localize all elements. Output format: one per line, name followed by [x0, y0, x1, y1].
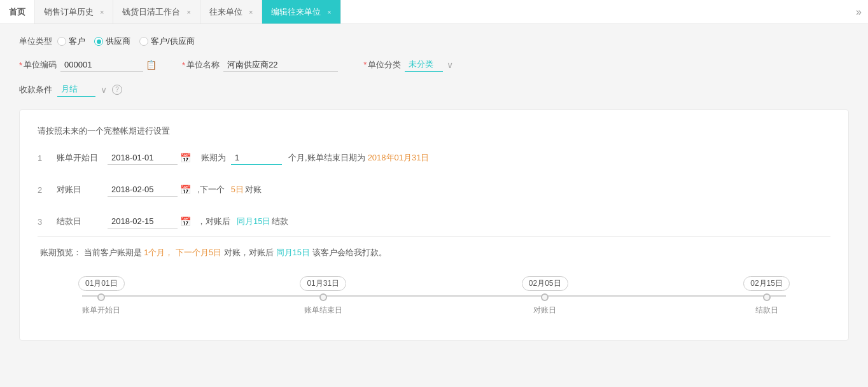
- radio-circle-supplier: [94, 37, 103, 46]
- row-label-1: 账单开始日: [57, 152, 108, 164]
- row-num-3: 3: [38, 217, 57, 227]
- preview-highlight-3: 同月15日: [276, 248, 310, 257]
- timeline-desc-4: 结款日: [755, 305, 778, 316]
- unit-category-value[interactable]: 未分类: [405, 57, 443, 72]
- timeline-desc-1: 账单开始日: [82, 305, 120, 316]
- tab-edit-partner-close[interactable]: ×: [327, 8, 331, 16]
- row-num-1: 1: [38, 153, 57, 163]
- unit-name-label: 单位名称: [186, 59, 220, 71]
- timeline: 01月01日 账单开始日 01月31日 账单结束日 02月05日 对账日 02月…: [44, 276, 824, 322]
- start-date-calendar-icon[interactable]: 📅: [180, 153, 191, 163]
- radio-circle-customer-supplier: [139, 37, 148, 46]
- payment-date-input[interactable]: [108, 215, 178, 229]
- timeline-node-1: 01月01日 账单开始日: [78, 276, 125, 316]
- unit-name-group: * 单位名称: [182, 58, 338, 72]
- tab-edit-partner-label: 编辑往来单位: [271, 6, 321, 18]
- unit-category-label: 单位分类: [368, 59, 401, 71]
- row-3-desc: ，对账后: [197, 216, 230, 227]
- unit-code-input[interactable]: [60, 58, 143, 72]
- tab-partner-unit-close[interactable]: ×: [249, 8, 253, 16]
- row-label-3: 结款日: [57, 216, 108, 227]
- account-row-3: 3 结款日 📅 ，对账后 同月15日 结款: [38, 215, 830, 229]
- tab-cash-work-label: 钱货日清工作台: [122, 6, 180, 18]
- unit-name-star: *: [182, 60, 185, 70]
- tab-edit-partner[interactable]: 编辑往来单位 ×: [262, 0, 340, 24]
- timeline-dot-2: [319, 293, 327, 301]
- row-1-desc-prefix: 账期为: [201, 152, 226, 164]
- timeline-desc-2: 账单结束日: [304, 305, 342, 316]
- row-3-suffix: 结款: [272, 216, 288, 227]
- payment-help-icon[interactable]: ?: [112, 85, 122, 95]
- tab-sales-history-label: 销售订单历史: [44, 6, 94, 18]
- calendar-icon-code[interactable]: 📋: [146, 60, 157, 70]
- payment-label: 收款条件: [19, 84, 52, 95]
- row-label-2: 对账日: [57, 184, 108, 195]
- timeline-pill-4: 02月15日: [743, 276, 790, 291]
- tab-cash-work[interactable]: 钱货日清工作台 ×: [113, 0, 200, 24]
- radio-supplier[interactable]: 供应商: [94, 36, 130, 47]
- row-2-suffix: 对账: [245, 184, 262, 195]
- unit-code-group: * 单位编码 📋: [19, 58, 157, 72]
- preview-text-3: 该客户会给我打款。: [312, 248, 387, 257]
- timeline-nodes: 01月01日 账单开始日 01月31日 账单结束日 02月05日 对账日 02月…: [44, 276, 824, 316]
- timeline-node-4: 02月15日 结款日: [743, 276, 790, 316]
- unit-code-star: *: [19, 60, 22, 70]
- tab-bar: 首页 销售订单历史 × 钱货日清工作台 × 往来单位 × 编辑往来单位 × »: [0, 0, 868, 24]
- unit-code-label: 单位编码: [24, 59, 57, 71]
- reconcile-date-calendar-icon[interactable]: 📅: [180, 185, 191, 195]
- row-1-desc-suffix: 个月,账单结束日期为: [288, 152, 365, 164]
- radio-label-supplier: 供应商: [106, 36, 130, 47]
- timeline-pill-1: 01月01日: [78, 276, 125, 291]
- start-date-input[interactable]: [108, 151, 178, 165]
- tab-partner-unit-label: 往来单位: [209, 6, 242, 18]
- account-row-1: 1 账单开始日 📅 账期为 个月,账单结束日期为 2018年01月31日: [38, 151, 830, 165]
- payment-select-group: 月结 ∨ ?: [57, 82, 122, 97]
- payment-row: 收款条件 月结 ∨ ?: [19, 82, 849, 97]
- row-1-end-date: 2018年01月31日: [368, 152, 430, 164]
- timeline-node-3: 02月05日 对账日: [522, 276, 568, 316]
- timeline-desc-3: 对账日: [533, 305, 556, 316]
- tab-cash-work-close[interactable]: ×: [186, 8, 190, 16]
- radio-customer[interactable]: 客户: [57, 36, 85, 47]
- reconcile-date-input[interactable]: [108, 183, 178, 197]
- settings-card: 请按照未来的一个完整帐期进行设置 1 账单开始日 📅 账期为 个月,账单结束日期…: [19, 109, 849, 341]
- main-content: 单位类型 客户 供应商 客户/供应商 * 单位编码 📋 * 单位名称: [0, 24, 868, 387]
- account-row-2: 2 对账日 📅 ,下一个 5日 对账: [38, 183, 830, 197]
- expand-icon: »: [856, 6, 862, 18]
- tab-partner-unit[interactable]: 往来单位 ×: [200, 0, 262, 24]
- unit-fields-row: * 单位编码 📋 * 单位名称 * 单位分类 未分类 ∨: [19, 57, 849, 72]
- radio-customer-supplier[interactable]: 客户/供应商: [139, 36, 195, 47]
- timeline-dot-3: [541, 293, 549, 301]
- preview-text-2: 对账，对账后: [224, 248, 274, 257]
- timeline-dot-1: [97, 293, 105, 301]
- unit-name-input[interactable]: [223, 58, 338, 72]
- unit-category-chevron[interactable]: ∨: [447, 60, 453, 70]
- timeline-pill-2: 01月31日: [300, 276, 346, 291]
- preview-text: 账期预览： 当前客户账期是 1个月， 下一个月5日 对账，对账后 同月15日 该…: [38, 247, 830, 258]
- row-3-highlight: 同月15日: [237, 216, 270, 227]
- radio-circle-customer: [57, 37, 66, 46]
- unit-type-label: 单位类型: [19, 36, 52, 47]
- preview-highlight-1: 1个月，: [144, 248, 173, 257]
- row-num-2: 2: [38, 185, 57, 195]
- tab-expand-button[interactable]: »: [850, 0, 868, 24]
- tab-sales-history[interactable]: 销售订单历史 ×: [35, 0, 113, 24]
- payment-date-calendar-icon[interactable]: 📅: [180, 216, 191, 227]
- card-title: 请按照未来的一个完整帐期进行设置: [38, 125, 830, 137]
- timeline-dot-4: [763, 293, 771, 301]
- unit-type-row: 单位类型 客户 供应商 客户/供应商: [19, 36, 849, 47]
- payment-chevron[interactable]: ∨: [101, 85, 107, 95]
- radio-label-customer: 客户: [69, 36, 85, 47]
- preview-label: 账期预览：: [40, 248, 81, 257]
- unit-type-radio-group: 客户 供应商 客户/供应商: [57, 36, 195, 47]
- unit-category-group: * 单位分类 未分类 ∨: [363, 57, 453, 72]
- period-num-input[interactable]: [231, 151, 282, 165]
- preview-text-1: 当前客户账期是: [84, 248, 142, 257]
- payment-value[interactable]: 月结: [57, 82, 95, 97]
- row-2-highlight: 5日: [231, 184, 244, 195]
- tab-home-label: 首页: [9, 6, 25, 18]
- tab-home[interactable]: 首页: [0, 0, 35, 24]
- unit-category-star: *: [363, 60, 367, 69]
- radio-label-customer-supplier: 客户/供应商: [151, 36, 195, 47]
- tab-sales-history-close[interactable]: ×: [100, 8, 104, 16]
